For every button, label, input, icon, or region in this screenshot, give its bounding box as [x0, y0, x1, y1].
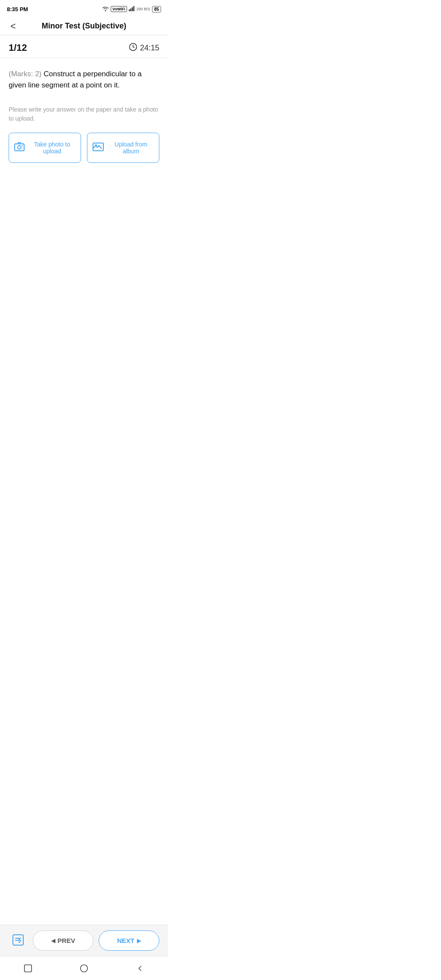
battery-badge: 85 [152, 6, 161, 12]
timer-value: 24:15 [140, 44, 159, 53]
sys-recents-button[interactable] [76, 960, 92, 977]
wifi-icon [102, 6, 109, 12]
svg-point-7 [22, 145, 23, 146]
camera-icon [14, 142, 25, 154]
bottom-nav: ◀ PREV NEXT ▶ [0, 925, 168, 956]
take-photo-button[interactable]: Take photo to upload [9, 133, 81, 163]
take-photo-label: Take photo to upload [29, 141, 75, 155]
upload-album-label: Upload from album [108, 141, 154, 155]
sys-back-button[interactable] [132, 960, 148, 977]
answer-instruction: Please write your answer on the paper an… [0, 98, 168, 127]
clock-icon [129, 43, 137, 53]
report-icon-button[interactable] [9, 930, 28, 951]
prev-button[interactable]: ◀ PREV [33, 930, 93, 951]
page-title: Minor Test (Subjective) [42, 22, 127, 31]
signal-icon [129, 6, 135, 12]
bps-label: 290 B/S [137, 7, 150, 11]
svg-rect-3 [133, 6, 134, 11]
svg-point-9 [95, 144, 97, 146]
marks-label: (Marks: 2) [9, 70, 42, 78]
question-counter: 1/12 [9, 42, 27, 53]
app-bar: < Minor Test (Subjective) [0, 17, 168, 35]
upload-album-button[interactable]: Upload from album [87, 133, 159, 163]
svg-rect-1 [130, 9, 131, 12]
next-button[interactable]: NEXT ▶ [99, 930, 159, 951]
back-button[interactable]: < [7, 19, 19, 34]
progress-row: 1/12 24:15 [0, 35, 168, 58]
svg-rect-11 [25, 964, 32, 972]
svg-rect-2 [132, 7, 133, 11]
upload-buttons-container: Take photo to upload Upload from album [0, 127, 168, 171]
svg-point-6 [18, 146, 21, 149]
sys-home-button[interactable] [20, 960, 36, 977]
next-arrow-icon: ▶ [137, 938, 141, 944]
svg-rect-0 [129, 9, 130, 11]
album-icon [93, 142, 104, 154]
content-spacer [0, 171, 168, 387]
vowifi-badge: VoWiFi [111, 6, 127, 12]
prev-label: PREV [58, 937, 75, 944]
status-bar: 8:35 PM VoWiFi 290 B/S 85 [0, 0, 168, 17]
svg-point-12 [81, 964, 88, 972]
system-nav-bar [0, 956, 168, 980]
status-time: 8:35 PM [7, 6, 28, 12]
question-text: (Marks: 2) Construct a perpendicular to … [9, 68, 159, 91]
next-label: NEXT [117, 937, 134, 944]
status-right-icons: VoWiFi 290 B/S 85 [102, 6, 161, 12]
timer-display: 24:15 [129, 43, 159, 53]
question-section: (Marks: 2) Construct a perpendicular to … [0, 58, 168, 98]
prev-arrow-icon: ◀ [51, 938, 55, 944]
svg-rect-5 [15, 144, 24, 151]
